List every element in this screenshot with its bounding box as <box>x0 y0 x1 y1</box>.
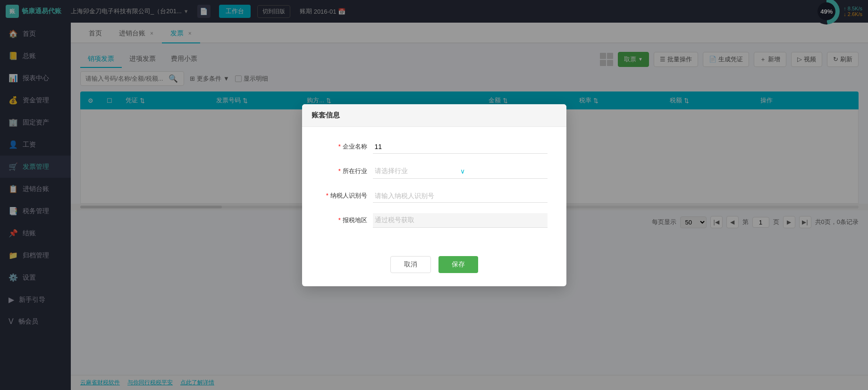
tax-id-field <box>373 189 548 203</box>
account-info-dialog: 账套信息 * 企业名称 * 所在行业 <box>302 104 566 286</box>
cancel-button[interactable]: 取消 <box>390 256 431 273</box>
tax-id-input[interactable] <box>373 189 548 203</box>
save-button[interactable]: 保存 <box>438 256 478 273</box>
company-name-label: * 企业名称 <box>321 142 373 151</box>
dialog-body: * 企业名称 * 所在行业 请选择行业 ∨ <box>302 127 566 251</box>
industry-placeholder: 请选择行业 <box>375 167 460 175</box>
dialog-footer: 取消 保存 <box>302 251 566 286</box>
company-name-row: * 企业名称 <box>321 140 548 154</box>
tax-region-label: * 报税地区 <box>321 216 373 224</box>
required-mark: * <box>338 143 341 150</box>
industry-dropdown-icon: ∨ <box>460 167 546 175</box>
dialog-title: 账套信息 <box>312 111 340 119</box>
dialog-header: 账套信息 <box>302 104 566 127</box>
tax-id-row: * 纳税人识别号 <box>321 189 548 203</box>
required-mark-3: * <box>326 192 329 199</box>
tax-region-field: 通过税号获取 <box>373 213 548 228</box>
industry-label: * 所在行业 <box>321 167 373 175</box>
required-mark-2: * <box>338 167 341 174</box>
company-name-input[interactable] <box>373 140 548 154</box>
modal-overlay: 账套信息 * 企业名称 * 所在行业 <box>0 0 868 390</box>
industry-field[interactable]: 请选择行业 ∨ <box>373 164 548 179</box>
company-name-field <box>373 140 548 154</box>
industry-select[interactable]: 请选择行业 ∨ <box>373 164 548 179</box>
tax-id-label: * 纳税人识别号 <box>321 191 373 200</box>
industry-row: * 所在行业 请选择行业 ∨ <box>321 164 548 179</box>
tax-region-display: 通过税号获取 <box>373 213 548 228</box>
required-mark-4: * <box>338 216 341 224</box>
tax-region-row: * 报税地区 通过税号获取 <box>321 213 548 228</box>
